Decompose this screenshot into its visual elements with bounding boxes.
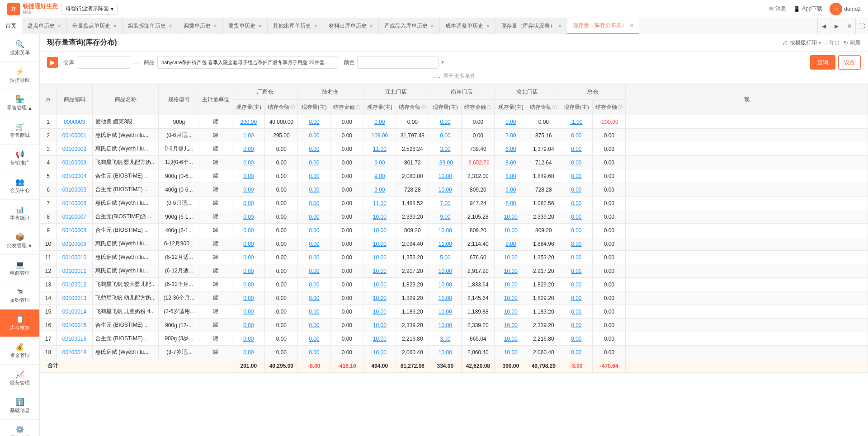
num-link[interactable]: 10.00 [439, 349, 452, 356]
num-link[interactable]: 0.00 [243, 159, 254, 166]
num-link[interactable]: 0.00 [309, 187, 319, 193]
num-link[interactable]: 10.00 [439, 322, 452, 328]
num-link[interactable]: 0.00 [309, 336, 319, 342]
tab-prev-btn[interactable]: ◀ [817, 18, 830, 34]
num-link[interactable]: 10.00 [373, 268, 387, 274]
num-link[interactable]: 0.00 [309, 322, 319, 328]
color-dropdown-arrow[interactable]: ▾ [441, 59, 444, 66]
tab-1-close[interactable]: ✕ [57, 23, 61, 28]
num-link[interactable]: 0.00 [571, 322, 581, 328]
num-link[interactable]: 10.00 [439, 268, 452, 274]
num-link[interactable]: -1.00 [570, 119, 582, 125]
num-link[interactable]: 10.00 [373, 241, 387, 247]
num-link[interactable]: 0.00 [243, 295, 254, 301]
num-link[interactable]: 0.00 [309, 214, 319, 220]
export-btn[interactable]: ↓ 导出 [825, 39, 840, 47]
num-link[interactable]: 8.00 [505, 159, 516, 166]
num-link[interactable]: 10.00 [373, 254, 387, 261]
num-link[interactable]: 0.00 [571, 241, 581, 247]
expand-more-btn[interactable]: ⌄⌄ 展开更多条件 [432, 72, 476, 80]
tab-home[interactable]: 首页 [0, 18, 22, 34]
num-link[interactable]: 0.00 [571, 295, 581, 301]
sidebar-item-operations[interactable]: 📈 经营管理 [0, 365, 39, 392]
num-link[interactable]: 6.00 [505, 146, 516, 152]
num-link[interactable]: 0.00 [309, 159, 319, 166]
tab-1[interactable]: 盘点单历史 ✕ [22, 18, 67, 34]
num-link[interactable]: 10.00 [504, 214, 518, 220]
num-link[interactable]: 0.00 [243, 214, 254, 220]
num-link[interactable]: 9.00 [374, 187, 385, 193]
num-link[interactable]: 10.00 [373, 281, 387, 288]
num-link[interactable]: 10.00 [439, 227, 452, 234]
tab-6[interactable]: 其他出库单历史 ✕ [268, 18, 323, 34]
num-link[interactable]: 0.00 [309, 146, 319, 152]
num-link[interactable]: 0.00 [571, 200, 581, 206]
num-link[interactable]: 0.00 [440, 119, 450, 125]
num-link[interactable]: 0.00 [374, 119, 385, 125]
sidebar-item-finance[interactable]: 💰 资金管理 [0, 337, 39, 365]
num-link[interactable]: 10.00 [504, 309, 518, 315]
num-link[interactable]: 0.00 [243, 241, 254, 247]
num-link[interactable]: 11.00 [373, 146, 387, 152]
sidebar-item-system[interactable]: ⚙️ 系统管理 [0, 420, 39, 436]
user-area[interactable]: Ea demo2 [830, 3, 861, 15]
tab-next-btn[interactable]: ▶ [830, 18, 843, 34]
num-link[interactable]: 0.00 [505, 119, 516, 125]
num-link[interactable]: 0.00 [243, 336, 254, 342]
jiangbei-info-icon[interactable]: ⓘ [421, 105, 426, 110]
num-link[interactable]: 0.00 [243, 187, 254, 193]
num-link[interactable]: 10.00 [504, 268, 518, 274]
num-link[interactable]: 0.00 [309, 227, 319, 234]
num-link[interactable]: 0.00 [309, 309, 319, 315]
num-link[interactable]: 5.00 [440, 254, 450, 261]
warehouse-input[interactable] [77, 56, 131, 69]
num-link[interactable]: 10.00 [504, 349, 518, 356]
sidebar-item-quicknav[interactable]: ⚡ 快捷导航 [0, 62, 39, 89]
yubei-info-icon[interactable]: ⓘ [552, 105, 557, 110]
tab-9[interactable]: 成本调整单历史 ✕ [440, 18, 495, 34]
lucun-info-icon[interactable]: ⓘ [356, 105, 360, 110]
tab-4-close[interactable]: ✕ [213, 23, 217, 28]
num-link[interactable]: 9.00 [505, 241, 516, 247]
tab-4[interactable]: 调拨单历史 ✕ [178, 18, 223, 34]
num-link[interactable]: 9.00 [440, 214, 450, 220]
num-link[interactable]: 1.00 [243, 132, 254, 139]
num-link[interactable]: 10.00 [504, 281, 518, 288]
tab-2[interactable]: 分量盘点单历史 ✕ [67, 18, 123, 34]
num-link[interactable]: 10.00 [439, 281, 452, 288]
num-link[interactable]: 11.00 [439, 241, 452, 247]
num-link[interactable]: 0.00 [571, 254, 581, 261]
num-link[interactable]: 10.00 [504, 295, 518, 301]
num-link[interactable]: 10.00 [373, 295, 387, 301]
app-download-btn[interactable]: 📱 App下载 [793, 5, 822, 13]
num-link[interactable]: 109.00 [371, 132, 388, 139]
num-link[interactable]: 0.00 [571, 281, 581, 288]
num-link[interactable]: 0.00 [243, 349, 254, 356]
num-link[interactable]: 0.00 [571, 336, 581, 342]
tab-8-close[interactable]: ✕ [430, 23, 434, 28]
num-link[interactable]: 0.00 [309, 349, 319, 356]
zongcang-info-icon[interactable]: ⓘ [618, 105, 623, 110]
tab-11-close[interactable]: ✕ [630, 23, 633, 28]
num-link[interactable]: 3.00 [505, 132, 516, 139]
num-link[interactable]: 10.00 [373, 227, 387, 234]
num-link[interactable]: 0.00 [440, 132, 450, 139]
num-link[interactable]: 0.00 [243, 227, 254, 234]
num-link[interactable]: 0.00 [571, 146, 581, 152]
filter-expand-arrow[interactable]: ▶ [47, 57, 58, 68]
num-link[interactable]: 11.00 [439, 295, 452, 301]
sidebar-item-basic-info[interactable]: ℹ️ 基础信息 [0, 392, 39, 420]
num-link[interactable]: 0.00 [571, 187, 581, 193]
warehouse-dots[interactable]: ... [134, 59, 138, 66]
num-link[interactable]: 0.00 [243, 254, 254, 261]
num-link[interactable]: 0.00 [309, 200, 319, 206]
num-link[interactable]: 8.00 [505, 173, 516, 179]
num-link[interactable]: 10.00 [504, 227, 518, 234]
num-link[interactable]: 9.00 [374, 173, 385, 179]
settings-button[interactable]: 设置 [838, 55, 861, 70]
settings-gear-icon[interactable]: ⚙ [46, 97, 51, 103]
num-link[interactable]: 0.00 [571, 173, 581, 179]
num-link[interactable]: 3.00 [440, 146, 450, 152]
num-link[interactable]: 11.00 [373, 200, 387, 206]
sidebar-item-ecommerce[interactable]: 💻 电商管理 [0, 255, 39, 282]
